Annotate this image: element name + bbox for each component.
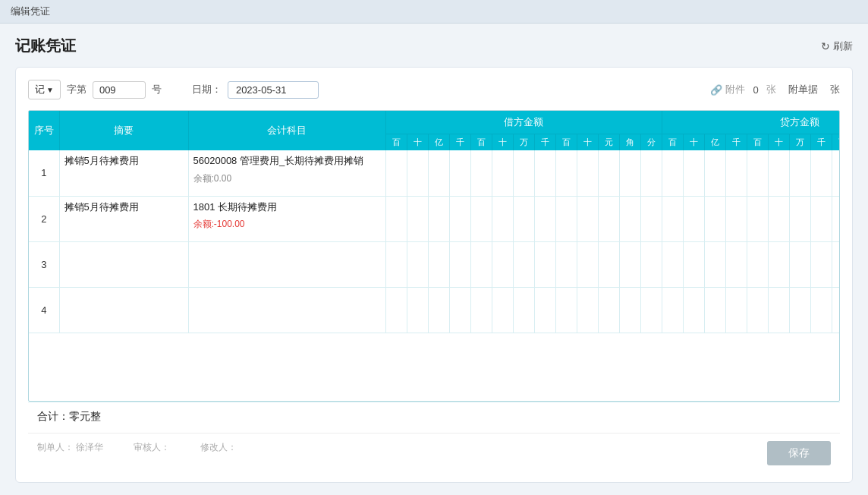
debit-digit-3-4[interactable]	[470, 287, 492, 333]
debit-digit-2-1[interactable]	[407, 241, 428, 287]
debit-digit-0-0[interactable]	[385, 150, 407, 196]
credit-digit-0-1[interactable]	[683, 150, 704, 196]
debit-digit-3-5[interactable]	[492, 287, 513, 333]
date-input[interactable]	[228, 81, 319, 99]
credit-digit-3-7[interactable]	[810, 287, 832, 333]
credit-digit-1-1[interactable]	[683, 196, 704, 241]
debit-digit-0-2[interactable]	[428, 150, 449, 196]
credit-digit-2-4[interactable]	[747, 241, 768, 287]
credit-digit-3-3[interactable]	[725, 287, 747, 333]
credit-digit-1-4[interactable]	[747, 196, 768, 241]
debit-digit-3-7[interactable]	[534, 287, 555, 333]
debit-digit-1-12[interactable]	[640, 196, 662, 241]
debit-digit-0-1[interactable]	[407, 150, 428, 196]
debit-digit-2-7[interactable]	[534, 241, 555, 287]
attach-doc-button[interactable]: 附单据	[788, 83, 818, 96]
credit-digit-0-2[interactable]	[704, 150, 725, 196]
table-row[interactable]: 2摊销5月待摊费用1801 长期待摊费用余额:-100.00	[29, 196, 840, 241]
debit-digit-0-6[interactable]	[513, 150, 534, 196]
table-row[interactable]: 1摊销5月待摊费用56020008 管理费用_长期待摊费用摊销余额:0.00	[29, 150, 840, 196]
debit-digit-0-12[interactable]	[640, 150, 662, 196]
credit-digit-0-5[interactable]	[768, 150, 789, 196]
debit-digit-1-8[interactable]	[555, 196, 577, 241]
save-button[interactable]: 保存	[767, 441, 831, 465]
debit-digit-0-10[interactable]	[598, 150, 619, 196]
summary-cell-1[interactable]: 摊销5月待摊费用	[59, 196, 188, 241]
debit-digit-2-6[interactable]	[513, 241, 534, 287]
credit-digit-3-0[interactable]	[662, 287, 683, 333]
credit-digit-1-6[interactable]	[789, 196, 810, 241]
debit-digit-2-11[interactable]	[619, 241, 640, 287]
credit-digit-0-8[interactable]	[832, 150, 840, 196]
refresh-button[interactable]: ↻ 刷新	[821, 39, 853, 53]
debit-digit-3-9[interactable]	[577, 287, 598, 333]
debit-digit-0-9[interactable]	[577, 150, 598, 196]
debit-digit-2-2[interactable]	[428, 241, 449, 287]
credit-digit-2-6[interactable]	[789, 241, 810, 287]
credit-digit-3-4[interactable]	[747, 287, 768, 333]
debit-digit-1-10[interactable]	[598, 196, 619, 241]
credit-digit-0-6[interactable]	[789, 150, 810, 196]
credit-digit-2-1[interactable]	[683, 241, 704, 287]
debit-digit-3-1[interactable]	[407, 287, 428, 333]
attach-link[interactable]: 🔗 附件 张	[710, 83, 776, 96]
debit-digit-0-11[interactable]	[619, 150, 640, 196]
debit-digit-1-6[interactable]	[513, 196, 534, 241]
account-cell-2[interactable]	[188, 241, 385, 287]
credit-digit-1-3[interactable]	[725, 196, 747, 241]
credit-digit-3-6[interactable]	[789, 287, 810, 333]
debit-digit-1-0[interactable]	[385, 196, 407, 241]
summary-cell-0[interactable]: 摊销5月待摊费用	[59, 150, 188, 196]
credit-digit-2-5[interactable]	[768, 241, 789, 287]
debit-digit-1-5[interactable]	[492, 196, 513, 241]
debit-digit-2-9[interactable]	[577, 241, 598, 287]
credit-digit-3-2[interactable]	[704, 287, 725, 333]
debit-digit-0-7[interactable]	[534, 150, 555, 196]
debit-digit-2-12[interactable]	[640, 241, 662, 287]
debit-digit-2-10[interactable]	[598, 241, 619, 287]
debit-digit-0-5[interactable]	[492, 150, 513, 196]
debit-digit-0-4[interactable]	[470, 150, 492, 196]
credit-digit-2-8[interactable]	[832, 241, 840, 287]
summary-cell-2[interactable]	[59, 241, 188, 287]
credit-digit-3-8[interactable]	[832, 287, 840, 333]
account-cell-1[interactable]: 1801 长期待摊费用余额:-100.00	[188, 196, 385, 241]
debit-digit-1-7[interactable]	[534, 196, 555, 241]
debit-digit-3-6[interactable]	[513, 287, 534, 333]
credit-digit-2-3[interactable]	[725, 241, 747, 287]
credit-digit-1-5[interactable]	[768, 196, 789, 241]
credit-digit-1-8[interactable]	[832, 196, 840, 241]
credit-digit-3-1[interactable]	[683, 287, 704, 333]
credit-digit-1-2[interactable]	[704, 196, 725, 241]
summary-cell-3[interactable]	[59, 287, 188, 333]
credit-digit-2-7[interactable]	[810, 241, 832, 287]
credit-digit-2-0[interactable]	[662, 241, 683, 287]
debit-digit-1-1[interactable]	[407, 196, 428, 241]
debit-digit-2-3[interactable]	[449, 241, 470, 287]
voucher-number-input[interactable]	[93, 81, 146, 99]
table-row[interactable]: 4	[29, 287, 840, 333]
attach-count-input[interactable]	[748, 84, 763, 96]
credit-digit-0-7[interactable]	[810, 150, 832, 196]
debit-digit-3-0[interactable]	[385, 287, 407, 333]
credit-digit-2-2[interactable]	[704, 241, 725, 287]
debit-digit-1-11[interactable]	[619, 196, 640, 241]
account-cell-0[interactable]: 56020008 管理费用_长期待摊费用摊销余额:0.00	[188, 150, 385, 196]
debit-digit-0-8[interactable]	[555, 150, 577, 196]
debit-digit-1-2[interactable]	[428, 196, 449, 241]
debit-digit-1-4[interactable]	[470, 196, 492, 241]
debit-digit-2-4[interactable]	[470, 241, 492, 287]
debit-digit-2-0[interactable]	[385, 241, 407, 287]
credit-digit-0-3[interactable]	[725, 150, 747, 196]
debit-digit-3-10[interactable]	[598, 287, 619, 333]
account-cell-3[interactable]	[188, 287, 385, 333]
table-row[interactable]: 3	[29, 241, 840, 287]
credit-digit-0-0[interactable]	[662, 150, 683, 196]
voucher-type-dropdown[interactable]: 记 ▼	[28, 80, 61, 99]
debit-digit-3-12[interactable]	[640, 287, 662, 333]
debit-digit-3-2[interactable]	[428, 287, 449, 333]
debit-digit-0-3[interactable]	[449, 150, 470, 196]
debit-digit-3-8[interactable]	[555, 287, 577, 333]
debit-digit-1-3[interactable]	[449, 196, 470, 241]
debit-digit-3-3[interactable]	[449, 287, 470, 333]
